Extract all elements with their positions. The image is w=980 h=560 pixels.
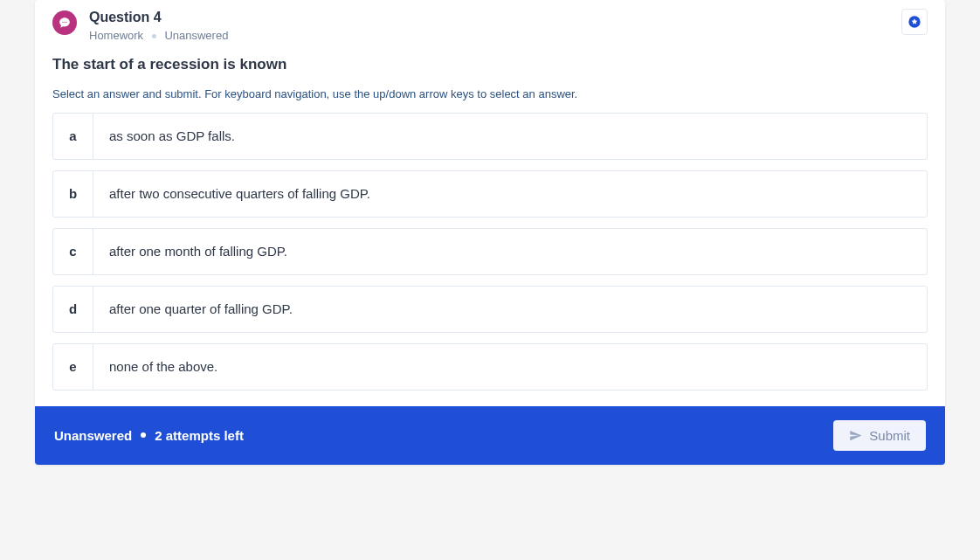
question-status: Unanswered: [164, 29, 228, 42]
question-meta: Homework Unanswered: [89, 29, 928, 42]
question-instructions: Select an answer and submit. For keyboar…: [52, 87, 928, 100]
question-title: Question 4: [89, 9, 928, 27]
question-header: Question 4 Homework Unanswered: [35, 0, 945, 47]
option-key: e: [53, 344, 93, 390]
paper-plane-icon: [849, 429, 862, 442]
svg-point-0: [62, 22, 63, 23]
submit-button[interactable]: Submit: [833, 420, 926, 451]
option-text: as soon as GDP falls.: [93, 114, 927, 159]
answer-option-e[interactable]: e none of the above.: [52, 343, 928, 391]
option-key: a: [53, 114, 93, 159]
option-text: none of the above.: [93, 344, 927, 390]
option-text: after one quarter of falling GDP.: [93, 287, 927, 332]
answer-option-d[interactable]: d after one quarter of falling GDP.: [52, 286, 928, 333]
option-text: after one month of falling GDP.: [93, 229, 927, 274]
answer-option-a[interactable]: a as soon as GDP falls.: [52, 113, 928, 160]
answer-option-c[interactable]: c after one month of falling GDP.: [52, 228, 928, 275]
question-prompt: The start of a recession is known: [52, 56, 928, 73]
question-card: Question 4 Homework Unanswered The start…: [35, 0, 945, 465]
bookmark-button[interactable]: [901, 9, 928, 35]
footer-separator-icon: [141, 432, 146, 438]
question-category: Homework: [89, 29, 143, 42]
svg-point-2: [66, 22, 66, 23]
header-text: Question 4 Homework Unanswered: [89, 9, 928, 42]
footer-status-text: Unanswered: [54, 428, 132, 443]
answer-option-b[interactable]: b after two consecutive quarters of fall…: [52, 170, 928, 218]
answer-options: a as soon as GDP falls. b after two cons…: [52, 113, 928, 391]
option-key: b: [53, 171, 93, 217]
option-key: d: [53, 287, 93, 332]
svg-point-1: [64, 22, 65, 23]
star-icon: [908, 15, 921, 29]
question-footer: Unanswered 2 attempts left Submit: [35, 406, 945, 465]
option-text: after two consecutive quarters of fallin…: [93, 171, 927, 217]
submit-label: Submit: [869, 428, 910, 443]
option-key: c: [53, 229, 93, 274]
meta-separator-icon: [152, 34, 156, 38]
footer-status: Unanswered 2 attempts left: [54, 428, 244, 443]
footer-attempts: 2 attempts left: [155, 428, 244, 443]
question-body: The start of a recession is known Select…: [35, 47, 945, 406]
chat-icon: [52, 10, 77, 35]
